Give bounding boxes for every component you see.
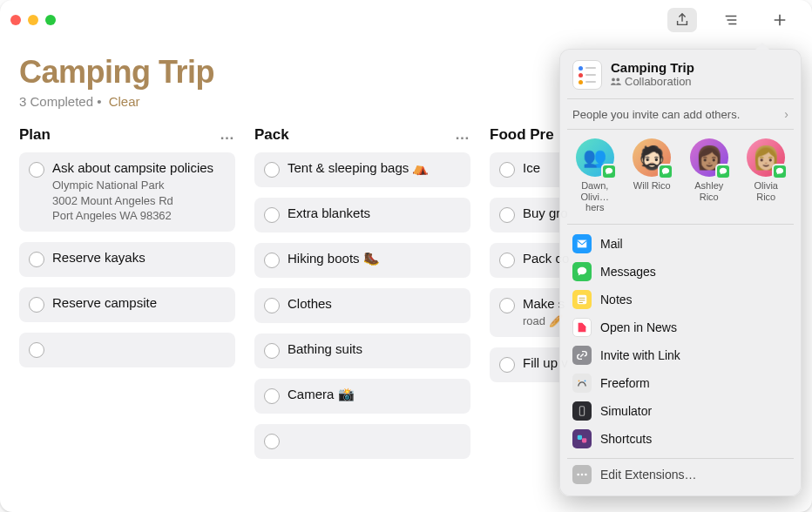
share-app-simulator[interactable]: Simulator <box>560 397 801 425</box>
view-options-button[interactable] <box>716 8 746 32</box>
news-icon <box>572 318 592 337</box>
share-person[interactable]: 👩🏽Ashley Rico <box>687 138 732 213</box>
complete-toggle[interactable] <box>264 298 280 313</box>
complete-toggle[interactable] <box>264 434 280 449</box>
edit-extensions-label: Edit Extensions… <box>600 468 697 482</box>
complete-toggle[interactable] <box>499 253 515 268</box>
clear-completed-button[interactable]: Clear <box>109 94 140 109</box>
share-app-shortcuts[interactable]: Shortcuts <box>560 425 801 453</box>
reminder-item[interactable]: Camera 📸 <box>254 379 470 414</box>
invite-label: People you invite can add others. <box>572 108 740 121</box>
minimize-window-button[interactable] <box>28 15 38 25</box>
reminder-item[interactable]: Clothes <box>254 288 470 323</box>
share-person[interactable]: 👩🏼Olivia Rico <box>744 138 789 213</box>
reminder-item[interactable]: Tent & sleeping bags ⛺ <box>254 152 470 187</box>
app-label: Freeform <box>600 376 650 390</box>
complete-toggle[interactable] <box>29 162 44 178</box>
list-icon <box>723 12 739 28</box>
share-person[interactable]: 🧔🏻Will Rico <box>630 138 675 213</box>
avatar: 👩🏼 <box>747 138 785 177</box>
new-reminder-button[interactable] <box>765 8 795 32</box>
complete-toggle[interactable] <box>499 357 515 373</box>
share-subtitle: Collaboration <box>611 75 694 88</box>
column-header: Plan… <box>19 126 235 144</box>
column-plan: Plan…Ask about campsite policiesOlympic … <box>19 126 235 469</box>
app-label: Open in News <box>600 320 677 334</box>
svg-point-7 <box>581 474 584 476</box>
share-icon <box>674 12 690 28</box>
svg-rect-5 <box>582 438 586 442</box>
titlebar <box>0 0 812 40</box>
column-title: Food Pre <box>490 126 554 144</box>
fullscreen-window-button[interactable] <box>45 15 56 25</box>
reminder-item[interactable]: Hiking boots 🥾 <box>254 243 470 278</box>
traffic-lights <box>10 15 56 25</box>
share-app-messages[interactable]: Messages <box>560 258 801 286</box>
column-title: Pack <box>254 126 289 144</box>
svg-rect-3 <box>579 407 584 416</box>
reminder-item[interactable]: Ask about campsite policiesOlympic Natio… <box>19 152 235 232</box>
share-apps: MailMessagesNotesOpen in NewsInvite with… <box>560 225 801 458</box>
complete-toggle[interactable] <box>499 162 515 178</box>
reminder-text: Reserve campsite <box>52 295 226 310</box>
simulator-icon <box>572 401 592 421</box>
column-pack: Pack…Tent & sleeping bags ⛺Extra blanket… <box>254 126 470 469</box>
reminder-text: Bathing suits <box>288 341 461 356</box>
complete-toggle[interactable] <box>264 162 280 178</box>
reminder-item[interactable]: Bathing suits <box>254 333 470 368</box>
complete-toggle[interactable] <box>499 298 515 313</box>
messages-badge-icon <box>772 164 788 179</box>
share-popover: Camping Trip Collaboration People you in… <box>559 49 802 496</box>
reminder-item[interactable] <box>19 333 235 367</box>
reminder-item[interactable] <box>254 424 470 459</box>
messages-badge-icon <box>715 164 731 179</box>
share-button[interactable] <box>667 8 697 32</box>
app-label: Notes <box>600 293 633 307</box>
reminder-item[interactable]: Reserve campsite <box>19 287 235 322</box>
reminder-notes: Olympic National Park3002 Mount Angeles … <box>52 178 226 224</box>
share-app-notes[interactable]: Notes <box>560 286 801 313</box>
svg-point-1 <box>579 380 580 381</box>
share-person[interactable]: 👥Dawn, Olivi…hers <box>572 138 618 213</box>
notes-icon <box>572 290 592 309</box>
avatar: 🧔🏻 <box>633 138 671 177</box>
invite-options-row[interactable]: People you invite can add others. › <box>560 99 801 129</box>
avatar: 👥 <box>576 138 614 177</box>
complete-toggle[interactable] <box>29 252 44 267</box>
reminder-item[interactable]: Reserve kayaks <box>19 242 235 277</box>
list-thumbnail-icon <box>572 60 602 90</box>
plus-icon <box>772 12 788 28</box>
column-actions-button[interactable]: … <box>220 126 235 144</box>
completed-count: 3 Completed • <box>19 94 101 109</box>
complete-toggle[interactable] <box>29 342 44 358</box>
reminder-item[interactable]: Extra blankets <box>254 198 470 232</box>
column-actions-button[interactable]: … <box>455 126 470 144</box>
shortcuts-icon <box>572 429 592 448</box>
reminder-text: Extra blankets <box>288 205 461 220</box>
share-title: Camping Trip <box>611 60 694 75</box>
edit-extensions-row[interactable]: Edit Extensions… <box>560 459 801 490</box>
avatar: 👩🏽 <box>690 138 728 177</box>
app-label: Invite with Link <box>600 348 680 362</box>
share-app-freeform[interactable]: Freeform <box>560 369 801 397</box>
window: Camping Trip 3 Completed • Clear Plan…As… <box>0 0 812 512</box>
complete-toggle[interactable] <box>264 253 280 268</box>
svg-point-6 <box>577 474 579 476</box>
complete-toggle[interactable] <box>29 297 44 313</box>
close-window-button[interactable] <box>10 15 21 25</box>
column-title: Plan <box>19 126 51 144</box>
complete-toggle[interactable] <box>264 388 280 404</box>
reminder-text: Tent & sleeping bags ⛺ <box>288 160 461 176</box>
column-header: Pack… <box>254 126 470 144</box>
freeform-icon <box>572 374 592 393</box>
complete-toggle[interactable] <box>499 207 515 223</box>
svg-rect-4 <box>578 435 582 440</box>
share-app-invite-with-link[interactable]: Invite with Link <box>560 341 801 369</box>
complete-toggle[interactable] <box>264 343 280 359</box>
complete-toggle[interactable] <box>264 207 280 223</box>
app-label: Messages <box>600 265 656 279</box>
share-app-mail[interactable]: Mail <box>560 230 801 258</box>
share-app-open-in-news[interactable]: Open in News <box>560 313 801 341</box>
more-icon <box>576 468 588 481</box>
app-label: Mail <box>600 237 623 251</box>
